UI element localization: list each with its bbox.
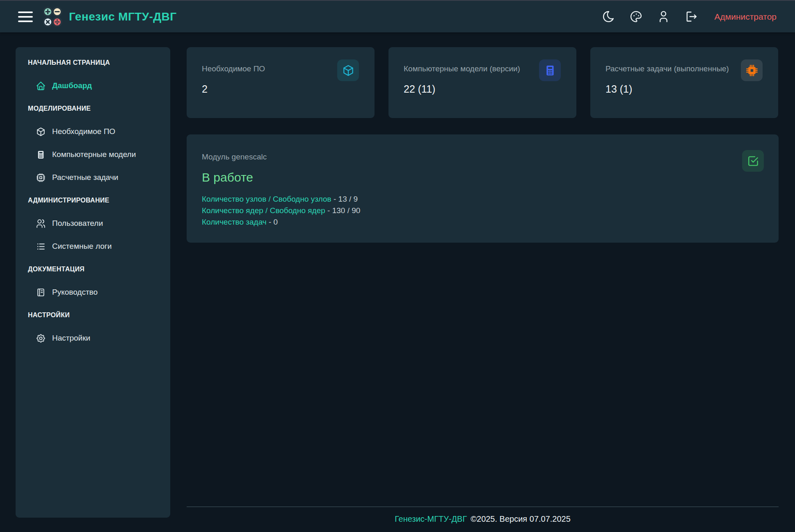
main-content: Необходимое ПО 2 Компьютерные модели (ве…	[187, 47, 779, 532]
sidebar-item-label: Дашбоард	[52, 81, 92, 90]
sidebar-item-users[interactable]: Пользователи	[16, 212, 170, 235]
module-stat-cores: Количество ядер / Свободно ядер - 130 / …	[202, 205, 762, 216]
calculator-logo[interactable]	[42, 6, 63, 27]
footer-divider	[187, 507, 779, 507]
cube-icon	[36, 127, 46, 137]
logout-icon[interactable]	[684, 10, 698, 23]
stat-card-value: 2	[202, 83, 358, 95]
sidebar-section-home: НАЧАЛЬНАЯ СТРАНИЦА	[16, 51, 170, 74]
sidebar-section-admin: АДМИНИСТРИРОВАНИЕ	[16, 189, 170, 212]
sidebar-item-label: Компьютерные модели	[52, 150, 136, 159]
sidebar-item-logs[interactable]: Системные логи	[16, 235, 170, 258]
sidebar-item-label: Руководство	[52, 288, 98, 297]
sidebar-item-models[interactable]: Компьютерные модели	[16, 143, 170, 166]
checkbox-icon	[742, 150, 764, 172]
footer-brand-link[interactable]: Генезис-МГТУ-ДВГ	[395, 514, 467, 523]
footer-copyright: ©2025. Версия 07.07.2025	[471, 514, 571, 523]
sidebar-item-label: Расчетные задачи	[52, 173, 118, 182]
sidebar-item-manual[interactable]: Руководство	[16, 281, 170, 304]
sidebar-item-tasks[interactable]: Расчетные задачи	[16, 166, 170, 189]
home-icon	[36, 81, 46, 91]
list-icon	[36, 241, 46, 252]
stat-card-software: Необходимое ПО 2	[187, 47, 375, 118]
module-status: В работе	[202, 171, 762, 184]
calculator-icon	[36, 150, 46, 160]
cpu-icon	[741, 59, 763, 81]
footer: Генезис-МГТУ-ДВГ©2025. Версия 07.07.2025	[187, 514, 779, 524]
dark-mode-moon-icon[interactable]	[602, 10, 615, 23]
stat-card-value: 13 (1)	[605, 83, 762, 95]
sidebar: НАЧАЛЬНАЯ СТРАНИЦА Дашбоард МОДЕЛИРОВАНИ…	[16, 47, 170, 518]
stat-card-label: Расчетные задачи (выполненные)	[605, 64, 762, 73]
stat-card-tasks: Расчетные задачи (выполненные) 13 (1)	[590, 47, 778, 118]
calculator-icon	[539, 59, 561, 81]
sidebar-section-docs: ДОКУМЕНТАЦИЯ	[16, 258, 170, 281]
stat-card-label: Компьютерные модели (версии)	[404, 64, 560, 73]
sidebar-item-software[interactable]: Необходимое ПО	[16, 120, 170, 143]
menu-icon[interactable]	[18, 11, 33, 22]
user-role-label: Администратор	[714, 12, 777, 22]
topbar: Генезис МГТУ-ДВГ Администратор	[0, 1, 795, 32]
module-stat-nodes: Количество узлов / Свободно узлов - 13 /…	[202, 193, 762, 205]
stat-cards-row: Необходимое ПО 2 Компьютерные модели (ве…	[187, 47, 779, 118]
sidebar-item-label: Системные логи	[52, 242, 112, 251]
cube-icon	[337, 59, 359, 81]
users-icon	[36, 218, 46, 229]
sidebar-item-label: Пользователи	[52, 219, 103, 228]
sidebar-section-modeling: МОДЕЛИРОВАНИЕ	[16, 97, 170, 120]
module-stat-jobs: Количество задач - 0	[202, 216, 762, 228]
topbar-actions: Администратор	[602, 10, 777, 23]
stat-card-label: Необходимое ПО	[202, 64, 358, 73]
cpu-icon	[36, 173, 46, 183]
sidebar-item-label: Настройки	[52, 334, 90, 343]
sidebar-section-settings: НАСТРОЙКИ	[16, 304, 170, 327]
sidebar-item-dashboard[interactable]: Дашбоард	[16, 74, 170, 97]
module-card-genescalc: Модуль genescalc В работе Количество узл…	[187, 134, 779, 243]
module-stats: Количество узлов / Свободно узлов - 13 /…	[202, 193, 762, 228]
gear-icon	[36, 333, 46, 343]
sidebar-item-label: Необходимое ПО	[52, 127, 115, 136]
stat-card-models: Компьютерные модели (версии) 22 (11)	[388, 47, 576, 118]
user-icon[interactable]	[657, 10, 670, 23]
stat-card-value: 22 (11)	[404, 83, 560, 95]
book-icon	[36, 287, 46, 298]
theme-palette-icon[interactable]	[629, 10, 643, 23]
app-title: Генезис МГТУ-ДВГ	[69, 10, 176, 23]
module-card-label: Модуль genescalc	[202, 152, 762, 161]
sidebar-item-settings[interactable]: Настройки	[16, 327, 170, 350]
